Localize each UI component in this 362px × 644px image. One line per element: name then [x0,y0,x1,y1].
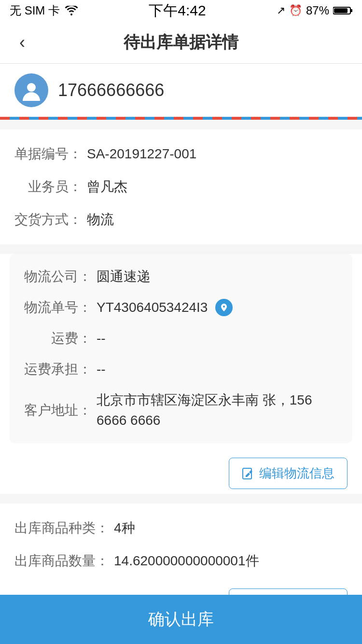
wifi-icon [65,6,78,15]
battery-icon [333,6,352,15]
svg-rect-1 [350,9,352,12]
svg-rect-4 [243,468,251,479]
freight-row: 运费： -- [24,328,338,349]
location-track-icon[interactable] [215,299,233,316]
basic-info-section: 单据编号： SA-20191227-001 业务员： 曾凡杰 交货方式： 物流 [0,129,362,244]
order-no-value: SA-20191227-001 [87,144,348,164]
salesperson-value: 曾凡杰 [87,177,348,197]
freight-label: 运费： [24,328,92,349]
edit-btn-container: 编辑物流信息 [0,448,362,494]
status-bar: 无 SIM 卡 下午4:42 ↗ ⏰ 87% [0,0,362,21]
goods-types-row: 出库商品种类： 4种 [14,518,348,538]
user-phone: 17666666666 [58,80,164,100]
edit-icon [242,467,254,480]
logistics-company-row: 物流公司： 圆通速递 [24,266,338,287]
freight-bear-value: -- [97,359,338,379]
confirm-outbound-label: 确认出库 [148,610,214,628]
address-label: 客户地址： [24,400,92,420]
freight-value: -- [97,328,338,349]
carrier-label: 无 SIM 卡 [10,3,60,18]
alarm-icon: ⏰ [289,4,302,17]
svg-rect-2 [334,8,348,13]
location-status-icon: ↗ [277,4,285,17]
freight-bear-label: 运费承担： [24,359,92,379]
goods-types-label: 出库商品种类： [14,518,109,538]
goods-quantity-value: 14.620000000000001件 [114,551,348,571]
goods-quantity-label: 出库商品数量： [14,551,109,571]
tracking-no-value: YT43064053424I3 [97,297,338,318]
status-time: 下午4:42 [149,1,206,21]
salesperson-label: 业务员： [14,177,82,197]
goods-types-value: 4种 [114,518,348,538]
nav-bar: ‹ 待出库单据详情 [0,21,362,64]
logistics-card: 物流公司： 圆通速递 物流单号： YT43064053424I3 [10,254,352,443]
goods-quantity-row: 出库商品数量： 14.620000000000001件 [14,551,348,571]
avatar-icon [21,80,42,101]
address-value: 北京市市辖区海淀区永丰南 张，156 6666 6666 [97,390,338,431]
dashed-divider [0,117,362,120]
freight-bear-row: 运费承担： -- [24,359,338,379]
tracking-no-row: 物流单号： YT43064053424I3 [24,297,338,318]
order-no-row: 单据编号： SA-20191227-001 [14,144,348,164]
status-right: ↗ ⏰ 87% [277,4,352,17]
battery-label: 87% [306,4,329,17]
logistics-company-label: 物流公司： [24,266,92,287]
delivery-method-label: 交货方式： [14,210,82,230]
tracking-no-label: 物流单号： [24,297,92,318]
goods-info-section: 出库商品种类： 4种 出库商品数量： 14.620000000000001件 [0,504,362,581]
avatar [14,73,48,107]
logistics-section: 物流公司： 圆通速递 物流单号： YT43064053424I3 [0,254,362,448]
address-row: 客户地址： 北京市市辖区海淀区永丰南 张，156 6666 6666 [24,390,338,431]
delivery-method-value: 物流 [87,210,348,230]
edit-logistics-button[interactable]: 编辑物流信息 [229,458,348,489]
back-button[interactable]: ‹ [14,28,30,57]
order-no-label: 单据编号： [14,144,82,164]
logistics-company-value: 圆通速递 [97,266,338,287]
confirm-outbound-button[interactable]: 确认出库 [0,595,362,644]
page-title: 待出库单据详情 [124,31,238,54]
status-left: 无 SIM 卡 [10,3,78,18]
section-divider-1 [0,494,362,504]
user-header: 17666666666 [0,64,362,117]
salesperson-row: 业务员： 曾凡杰 [14,177,348,197]
delivery-method-row: 交货方式： 物流 [14,210,348,230]
svg-point-3 [27,83,36,92]
